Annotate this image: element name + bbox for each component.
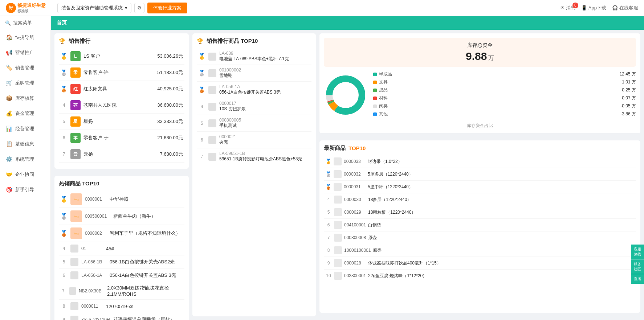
trial-button[interactable]: 体验行业方案 <box>147 3 187 13</box>
rank-item-2: 🥈 零 零售客户-许 51,183.00元 <box>59 65 184 81</box>
settings-button[interactable]: ⚙ <box>134 3 144 13</box>
sidebar-item-marketing[interactable]: 📢 营销推广 <box>0 45 50 60</box>
stock-label-bar: 库存资金占比 <box>324 123 636 129</box>
hot-code-8: 0000011 <box>81 304 103 309</box>
hot-code-2: 000500001 <box>85 214 110 219</box>
topbar-center: 装备及固定资产辅助管理系统 ▾ ⚙ 体验行业方案 <box>57 3 556 13</box>
hot-name-2: 新西兰牛肉（新牛） <box>113 213 156 220</box>
legend-chengpin: 成品 0.25 万 <box>373 87 636 93</box>
service-button[interactable]: 🎧 在线客服 <box>612 5 638 11</box>
latest-img-4 <box>334 196 342 204</box>
service-label: 在线客服 <box>619 5 638 11</box>
customer-amount-4: 36,600.00元 <box>157 102 183 108</box>
rank-item-1: 🥇 L LS 客户 53,006.26元 <box>59 48 184 65</box>
mobile-icon: 📱 <box>581 5 587 11</box>
customer-ranking-title: 🏆 销售排行 <box>59 38 184 45</box>
sidebar-item-inventory[interactable]: 📦 库存核算 <box>0 91 50 106</box>
latest-item-1: 🥇 0000033 封边带（1.0*22） <box>324 155 636 168</box>
legend-dot-2 <box>373 81 377 84</box>
latest-item-3: 🥉 0000031 5厘中纤（1220*2440） <box>324 181 636 193</box>
breadcrumb-bar: 首页 <box>51 16 644 30</box>
latest-rank-5: 5 <box>325 210 332 215</box>
legend-roulei: 肉类 -0.05 万 <box>373 103 636 109</box>
hot-product-img-2: img <box>70 210 82 222</box>
sidebar-item-guide[interactable]: 🎯 新手引导 <box>0 182 50 197</box>
legend-value-1: 12.45 万 <box>620 71 636 77</box>
latest-code-3: 0000031 <box>344 184 366 189</box>
hot-name-8: 12070519-xs <box>106 304 133 309</box>
hot-product-img-1: img <box>70 193 82 205</box>
float-live-btn[interactable]: 直播 <box>631 274 644 284</box>
sold-item-3: 🥉 LA-056-1A 056-1A白色按键开关盖ABS 3壳 <box>197 82 311 98</box>
search-nav[interactable]: 🔍 搜索菜单 <box>0 16 50 30</box>
avatar-4: 苍 <box>70 100 81 110</box>
basic-icon: 📋 <box>6 141 12 147</box>
float-service-btn[interactable]: 客服热线 <box>631 245 644 259</box>
sidebar-item-coop[interactable]: 🤝 企业协同 <box>0 167 50 182</box>
hot-name-9: 花语萌恒温分腿睡袋（厚款） <box>113 316 175 320</box>
latest-code-1: 0000033 <box>344 159 366 164</box>
sales-icon: 🏷️ <box>6 65 12 71</box>
sidebar-item-sales[interactable]: 🏷️ 销售管理 <box>0 60 50 75</box>
hot-product-img-3: img <box>70 227 82 239</box>
latest-name-10: 22g鱼豆腐·烧烤味（1*12*20） <box>368 273 635 279</box>
latest-code-4: 0000030 <box>344 197 366 202</box>
latest-title-text: 最新商品 <box>324 145 346 152</box>
sold-item-2: 🥈 001000002 雪地靴 <box>197 65 311 82</box>
stock-unit: 万 <box>488 55 494 61</box>
hot-products-scroll[interactable]: 🥇 img 0000001 中华神器 🥈 img <box>59 191 184 320</box>
latest-rank-10: 10 <box>325 273 332 278</box>
sold-img-2 <box>208 69 216 77</box>
app-download-button[interactable]: 📱 App下载 <box>581 5 606 11</box>
sold-name-2: 雪地靴 <box>219 73 310 79</box>
sold-code-2: 001000002 <box>219 67 310 73</box>
customer-amount-6: 21,680.00元 <box>157 135 183 141</box>
customer-name-1: LS 客户 <box>83 53 154 60</box>
purchase-icon: 🛒 <box>6 80 12 86</box>
legend-label-3: 成品 <box>379 87 620 93</box>
system-selector[interactable]: 装备及固定资产辅助管理系统 ▾ <box>57 3 131 13</box>
sold-medal-1: 🥇 <box>198 53 205 60</box>
legend-value-2: 1.01 万 <box>622 79 636 85</box>
customer-name-3: 红太阳文具 <box>83 86 154 92</box>
avatar-2: 零 <box>70 67 81 78</box>
customer-amount-3: 40,925.00元 <box>157 86 183 92</box>
legend-wenju: 文具 1.01 万 <box>373 79 636 85</box>
sidebar-item-finance[interactable]: 💰 资金管理 <box>0 106 50 121</box>
logo-icon: 好 <box>6 3 16 13</box>
content: 首页 🏆 销售排行 🥇 L LS 客户 53,006 <box>51 16 644 320</box>
hot-product-img-5 <box>70 258 78 266</box>
sidebar-item-basic[interactable]: 📋 基础信息 <box>0 136 50 152</box>
latest-img-7 <box>334 234 342 242</box>
latest-img-8 <box>334 246 342 254</box>
rank-num-4: 4 <box>60 103 68 108</box>
customer-name-4: 苍南县人民医院 <box>83 102 154 108</box>
sidebar-item-purchase[interactable]: 🛒 采购管理 <box>0 75 50 91</box>
latest-item-7: 7 000800008 原壶 <box>324 231 636 244</box>
finance-icon: 💰 <box>6 110 12 117</box>
sidebar-item-system[interactable]: ⚙️ 系统管理 <box>0 152 50 167</box>
chevron-down-icon: ▾ <box>125 5 127 11</box>
message-button[interactable]: ✉ 消息 6 <box>561 5 575 11</box>
float-community-btn[interactable]: 服务社区 <box>631 259 644 274</box>
latest-medal-2: 🥈 <box>325 171 331 177</box>
sold-name-3: 056-1A白色按键开关盖ABS 3壳 <box>219 89 310 95</box>
hot-code-6: LA-056-1A <box>81 273 107 278</box>
sidebar-item-operation[interactable]: 📊 经营管理 <box>0 121 50 136</box>
hot-name-6: 056-1A白色按键开关盖ABS 3壳 <box>110 272 176 279</box>
left-column: 🏆 销售排行 🥇 L LS 客户 53,006.26元 🥈 零 <box>51 30 192 320</box>
home-icon: 🏠 <box>6 34 12 41</box>
sold-img-1 <box>208 53 216 61</box>
content-body: 🏆 销售排行 🥇 L LS 客户 53,006.26元 🥈 零 <box>51 30 644 320</box>
hot-code-5: LA-056-1B <box>81 259 107 264</box>
latest-rank-8: 8 <box>325 248 332 253</box>
latest-item-9: 9 0000028 体诚荔枝味苏打饮品400毫升（1*15） <box>324 257 636 270</box>
sidebar-item-purchase-label: 采购管理 <box>15 80 34 86</box>
customer-scroll[interactable]: 🥇 L LS 客户 53,006.26元 🥈 零 零售客户-许 51,183.0… <box>59 48 184 164</box>
legend-banchengpin: 半成品 12.45 万 <box>373 71 636 77</box>
latest-item-10: 10 003800001 22g鱼豆腐·烧烤味（1*12*20） <box>324 270 636 282</box>
stock-legend: 半成品 12.45 万 文具 1.01 万 成品 0 <box>373 71 636 119</box>
legend-dot-5 <box>373 104 377 108</box>
trophy-icon: 🏆 <box>59 38 66 45</box>
sidebar-item-nav[interactable]: 🏠 快捷导航 <box>0 30 50 45</box>
